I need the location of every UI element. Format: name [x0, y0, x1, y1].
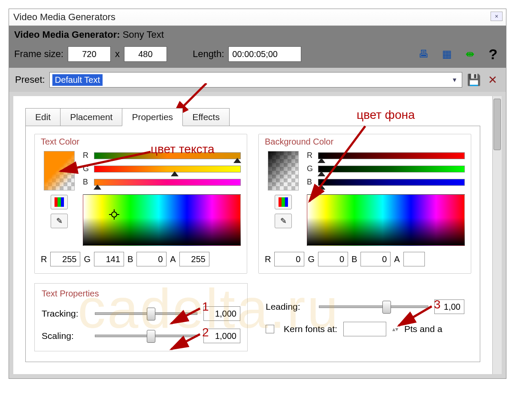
- preset-label: Preset:: [15, 74, 45, 85]
- text-properties-title: Text Properties: [42, 289, 240, 299]
- help-icon[interactable]: ?: [485, 47, 501, 61]
- frame-height-input[interactable]: [124, 46, 167, 62]
- bg-r-input[interactable]: [274, 252, 304, 266]
- tracking-label: Tracking:: [42, 308, 89, 319]
- spectrum-picker[interactable]: [83, 194, 241, 246]
- b-field-label: B: [127, 254, 133, 264]
- color-palette-button[interactable]: [51, 195, 68, 209]
- bg-color-swatch[interactable]: [268, 151, 299, 190]
- r-label: R: [83, 151, 91, 160]
- frame-width-input[interactable]: [68, 46, 111, 62]
- bg-g-input[interactable]: [318, 252, 348, 266]
- frame-params-row: Frame size: x Length: 🖶 ▦ ⇹ ?: [9, 44, 506, 68]
- window-titlebar: Video Media Generators ×: [9, 9, 506, 26]
- tab-properties[interactable]: Properties: [122, 108, 183, 126]
- background-color-group: Background Color ✎: [258, 134, 471, 274]
- bg-eyedropper-button[interactable]: ✎: [275, 214, 292, 228]
- g-field-label: G: [84, 254, 91, 264]
- bg-b-label: B: [307, 178, 315, 187]
- b-slider[interactable]: [94, 179, 241, 186]
- g-label: G: [83, 164, 91, 173]
- bg-g-slider[interactable]: [318, 166, 465, 172]
- bg-b-input[interactable]: [360, 252, 391, 266]
- leading-label: Leading:: [266, 302, 313, 312]
- b-label: B: [83, 178, 91, 187]
- bg-color-title: Background Color: [265, 137, 465, 147]
- bg-r-label: R: [307, 151, 315, 160]
- bg-b-field-label: B: [351, 254, 357, 264]
- preset-row: Preset: Default Text ▼ 💾 ✕: [9, 68, 506, 92]
- preview-icon[interactable]: ▦: [439, 47, 454, 61]
- scaling-input[interactable]: [203, 329, 240, 343]
- tab-placement[interactable]: Placement: [60, 108, 122, 126]
- eyedropper-icon: ✎: [56, 216, 63, 226]
- scaling-slider[interactable]: [95, 335, 197, 337]
- bg-a-input[interactable]: [403, 252, 425, 266]
- tracking-input[interactable]: [203, 306, 240, 321]
- split-icon[interactable]: ⇹: [462, 47, 478, 61]
- palette-icon: [279, 197, 288, 207]
- r-slider[interactable]: [94, 152, 241, 159]
- a-field-label: A: [170, 254, 176, 264]
- text-color-swatch[interactable]: [44, 151, 75, 190]
- g-slider[interactable]: [94, 166, 241, 172]
- palette-icon: [55, 197, 64, 207]
- kern-label: Kern fonts at:: [284, 324, 337, 334]
- kern-checkbox[interactable]: [266, 325, 274, 333]
- preset-value: Default Text: [52, 74, 103, 86]
- generator-header: Video Media Generator: Sony Text: [9, 26, 506, 44]
- save-preset-button[interactable]: 💾: [467, 73, 481, 87]
- bg-b-slider[interactable]: [318, 179, 465, 186]
- bg-spectrum-picker[interactable]: [307, 194, 465, 246]
- kern-unit: Pts and a: [404, 324, 442, 334]
- delete-icon: ✕: [488, 73, 497, 87]
- text-color-title: Text Color: [41, 137, 241, 147]
- scaling-label: Scaling:: [42, 331, 89, 341]
- window-close-button[interactable]: ×: [491, 12, 503, 21]
- svg-point-0: [112, 212, 117, 217]
- frame-size-label: Frame size:: [14, 48, 64, 60]
- bg-color-palette-button[interactable]: [275, 195, 292, 209]
- generator-label: Video Media Generator:: [14, 29, 120, 40]
- preset-dropdown[interactable]: Default Text ▼: [49, 72, 462, 88]
- scrollbar-thumb[interactable]: [494, 99, 501, 150]
- spinner-icon[interactable]: ▴▾: [392, 326, 398, 332]
- bg-g-field-label: G: [308, 254, 315, 264]
- window-title: Video Media Generators: [13, 12, 115, 22]
- bg-g-label: G: [307, 164, 315, 173]
- leading-group: Leading: Kern fonts at: ▴▾ Pts and a: [259, 283, 471, 351]
- a-input[interactable]: [179, 252, 209, 266]
- delete-preset-button[interactable]: ✕: [485, 73, 500, 87]
- leading-input[interactable]: [434, 299, 464, 314]
- tab-bar: Edit Placement Properties Effects: [25, 108, 492, 126]
- close-icon: ×: [495, 13, 498, 20]
- leading-slider[interactable]: [319, 305, 428, 308]
- generator-name: Sony Text: [123, 29, 164, 40]
- frame-size-sep: x: [115, 48, 120, 60]
- eyedropper-icon: ✎: [280, 216, 287, 226]
- vertical-scrollbar[interactable]: [492, 96, 502, 374]
- tab-effects[interactable]: Effects: [182, 108, 230, 126]
- bg-r-slider[interactable]: [318, 152, 465, 159]
- crosshair-icon: [109, 209, 119, 220]
- r-input[interactable]: [50, 252, 80, 266]
- bg-a-field-label: A: [394, 254, 400, 264]
- tab-edit[interactable]: Edit: [25, 108, 61, 126]
- text-color-group: Text Color ✎: [34, 134, 247, 274]
- bg-r-field-label: R: [265, 254, 271, 264]
- printer-icon[interactable]: 🖶: [416, 47, 431, 61]
- g-input[interactable]: [94, 252, 124, 266]
- length-label: Length:: [193, 48, 224, 60]
- b-input[interactable]: [136, 252, 167, 266]
- eyedropper-button[interactable]: ✎: [51, 214, 68, 228]
- length-input[interactable]: [228, 46, 301, 62]
- tab-content: Edit Placement Properties Effects Text C…: [13, 96, 492, 374]
- kern-input[interactable]: [343, 322, 386, 336]
- r-field-label: R: [41, 254, 47, 264]
- tracking-slider[interactable]: [95, 312, 197, 315]
- chevron-down-icon: ▼: [451, 76, 457, 83]
- save-icon: 💾: [467, 73, 481, 87]
- text-properties-group: Text Properties Tracking: Scaling:: [34, 283, 248, 351]
